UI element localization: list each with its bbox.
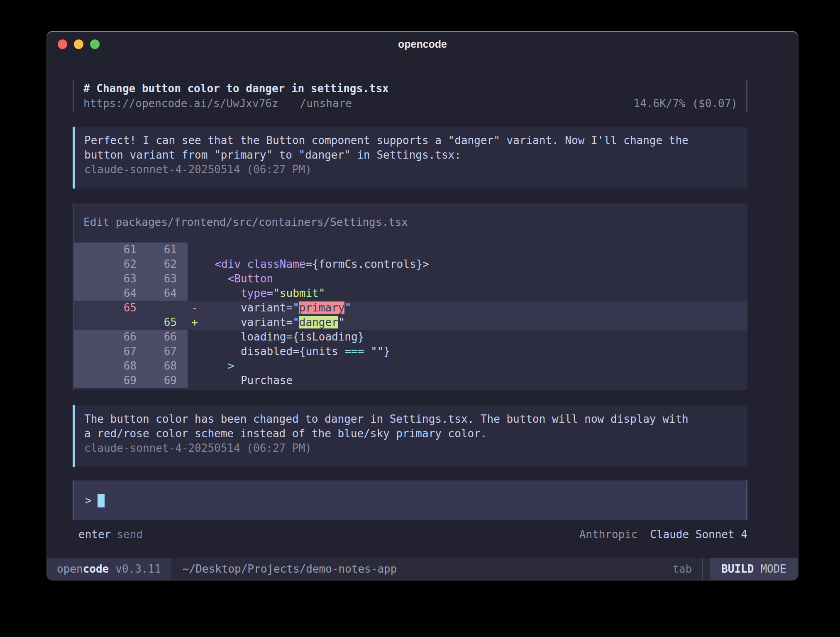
tool-action: Edit bbox=[83, 216, 110, 228]
diff-code: loading={isLoading} bbox=[202, 330, 364, 344]
session-header: # Change button color to danger in setti… bbox=[73, 80, 747, 112]
hint-row: enter send Anthropic Claude Sonnet 4 bbox=[73, 527, 747, 542]
diff-line-number-new: 69 bbox=[137, 373, 177, 388]
diff-body: 61616262 <div className={formCs.controls… bbox=[74, 243, 747, 388]
diff-sign bbox=[188, 344, 202, 359]
diff-gutter: 6767 bbox=[74, 344, 188, 359]
diff-line-number-old: 65 bbox=[74, 301, 137, 315]
share-url[interactable]: https://opencode.ai/s/UwJxv76z bbox=[83, 96, 278, 111]
mode-primary: BUILD bbox=[721, 563, 754, 575]
diff-sign bbox=[188, 286, 202, 301]
diff-line-number-old: 69 bbox=[74, 373, 137, 388]
diff-row: 6666 loading={isLoading} bbox=[74, 330, 747, 344]
edit-tool-panel: Editpackages/frontend/src/containers/Set… bbox=[73, 203, 747, 390]
diff-code: type="submit" bbox=[202, 286, 325, 301]
brand-segment: opencode v0.3.11 bbox=[47, 558, 171, 580]
session-content: # Change button color to danger in setti… bbox=[47, 56, 798, 558]
diff-sign bbox=[188, 330, 202, 344]
brand-code: code bbox=[83, 563, 109, 575]
diff-line-number-old: 67 bbox=[74, 344, 137, 359]
tool-file-path: packages/frontend/src/containers/Setting… bbox=[116, 216, 408, 228]
diff-line-number-old: 64 bbox=[74, 286, 137, 301]
assistant-message: The button color has been changed to dan… bbox=[73, 405, 747, 467]
diff-row: 6363 <Button bbox=[74, 272, 747, 286]
opencode-window: opencode # Change button color to danger… bbox=[47, 31, 798, 580]
provider-label: Anthropic bbox=[579, 528, 638, 541]
version-label: v0.3.11 bbox=[115, 563, 161, 575]
diff-gutter: 6161 bbox=[74, 243, 188, 257]
diff-gutter: 65 bbox=[74, 315, 188, 330]
message-text: The button color has been changed to dan… bbox=[84, 412, 739, 441]
diff-row: 65- variant="primary" bbox=[74, 301, 747, 315]
diff-row: 6464 type="submit" bbox=[74, 286, 747, 301]
close-button[interactable] bbox=[58, 39, 67, 49]
minimize-button[interactable] bbox=[74, 39, 83, 49]
edit-tool-header: Editpackages/frontend/src/containers/Set… bbox=[74, 203, 747, 243]
model-label: Claude Sonnet 4 bbox=[650, 528, 747, 541]
diff-code: <Button bbox=[202, 272, 273, 286]
statusbar: opencode v0.3.11 ~/Desktop/Projects/demo… bbox=[47, 558, 798, 580]
diff-row: 6969 Purchase bbox=[74, 373, 747, 388]
brand-open: open bbox=[57, 563, 83, 575]
traffic-lights bbox=[58, 32, 100, 56]
message-meta: claude-sonnet-4-20250514 (06:27 PM) bbox=[84, 162, 739, 177]
diff-line-number-old: 63 bbox=[74, 272, 137, 286]
mode-indicator[interactable]: BUILD MODE bbox=[710, 558, 798, 580]
prompt-input[interactable]: > bbox=[73, 480, 747, 520]
zoom-button[interactable] bbox=[90, 39, 100, 49]
session-title: # Change button color to danger in setti… bbox=[83, 81, 737, 96]
working-directory: ~/Desktop/Projects/demo-notes-app bbox=[183, 558, 397, 580]
diff-gutter: 6464 bbox=[74, 286, 188, 301]
diff-code: > bbox=[202, 359, 234, 373]
diff-gutter: 6969 bbox=[74, 373, 188, 388]
diff-row: 6262 <div className={formCs.controls}> bbox=[74, 257, 747, 272]
diff-gutter: 6666 bbox=[74, 330, 188, 344]
diff-sign: - bbox=[188, 301, 202, 315]
diff-line-number-new: 65 bbox=[137, 315, 177, 330]
diff-gutter: 6262 bbox=[74, 257, 188, 272]
diff-line-number-new: 62 bbox=[137, 257, 177, 272]
unshare-command[interactable]: /unshare bbox=[300, 96, 352, 111]
diff-row: 6767 disabled={units === ""} bbox=[74, 344, 747, 359]
context-stats: 14.6K/7% ($0.07) bbox=[634, 96, 737, 111]
diff-gutter: 65 bbox=[74, 301, 188, 315]
diff-row: 65+ variant="danger" bbox=[74, 315, 747, 330]
diff-code: <div className={formCs.controls}> bbox=[202, 257, 429, 272]
tab-key-hint[interactable]: tab bbox=[672, 558, 692, 580]
diff-line-number-old bbox=[74, 315, 137, 330]
diff-code: variant="primary" bbox=[202, 301, 351, 315]
send-action-hint: send bbox=[117, 527, 143, 542]
diff-line-number-old: 62 bbox=[74, 257, 137, 272]
diff-sign bbox=[188, 257, 202, 272]
diff-gutter: 6868 bbox=[74, 359, 188, 373]
diff-sign bbox=[188, 359, 202, 373]
assistant-message: Perfect! I can see that the Button compo… bbox=[73, 127, 747, 189]
diff-line-number-old: 61 bbox=[74, 243, 137, 257]
text-cursor bbox=[98, 494, 105, 507]
diff-line-number-new: 63 bbox=[137, 272, 177, 286]
window-title: opencode bbox=[398, 38, 447, 50]
diff-gutter: 6363 bbox=[74, 272, 188, 286]
diff-line-number-new: 61 bbox=[137, 243, 177, 257]
diff-sign bbox=[188, 272, 202, 286]
diff-code: disabled={units === ""} bbox=[202, 344, 390, 359]
diff-sign bbox=[188, 243, 202, 257]
diff-row: 6161 bbox=[74, 243, 747, 257]
titlebar[interactable]: opencode bbox=[47, 32, 798, 56]
message-line: a red/rose color scheme instead of the b… bbox=[84, 426, 739, 441]
header-right-rule bbox=[746, 80, 747, 112]
message-line: The button color has been changed to dan… bbox=[84, 412, 739, 426]
message-text: Perfect! I can see that the Button compo… bbox=[84, 133, 739, 162]
message-line: Perfect! I can see that the Button compo… bbox=[84, 133, 739, 148]
diff-code: variant="danger" bbox=[202, 315, 344, 330]
diff-code: Purchase bbox=[202, 373, 293, 388]
mode-secondary: MODE bbox=[760, 563, 786, 575]
diff-sign: + bbox=[188, 315, 202, 330]
message-line: button variant from "primary" to "danger… bbox=[84, 148, 739, 162]
diff-line-number-old: 66 bbox=[74, 330, 137, 344]
diff-line-number-new: 67 bbox=[137, 344, 177, 359]
diff-row: 6868 > bbox=[74, 359, 747, 373]
diff-line-number-new bbox=[137, 301, 177, 315]
diff-line-number-new: 66 bbox=[137, 330, 177, 344]
message-meta: claude-sonnet-4-20250514 (06:27 PM) bbox=[84, 441, 739, 456]
